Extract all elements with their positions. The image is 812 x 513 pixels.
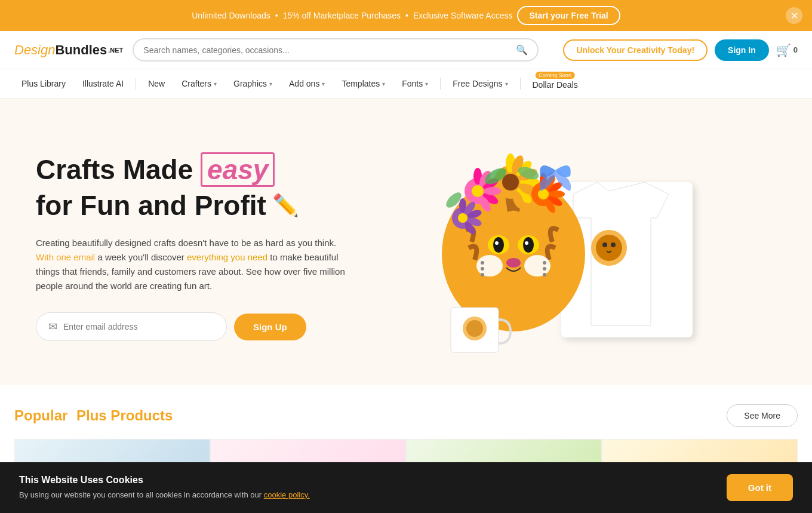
svg-point-45 (549, 191, 565, 198)
svg-point-11 (525, 241, 528, 245)
see-more-button[interactable]: See More (727, 404, 798, 427)
logo-bundles: Bundles (55, 42, 107, 58)
popular-title-normal: Popular (14, 407, 67, 423)
svg-point-15 (481, 261, 484, 265)
nav-item-addons[interactable]: Add ons ▾ (282, 70, 332, 97)
nav-separator-3 (520, 78, 521, 90)
banner-close-button[interactable]: ✕ (786, 7, 802, 24)
main-nav: Plus Library Illustrate AI New Crafters … (0, 69, 812, 99)
svg-point-4 (611, 242, 616, 247)
search-button[interactable]: 🔍 (516, 44, 528, 56)
chevron-down-icon: ▾ (269, 81, 272, 87)
banner-text: Unlimited Downloads • 15% off Marketplac… (192, 6, 620, 25)
free-trial-button[interactable]: Start your Free Trial (517, 6, 620, 25)
banner-text1: Unlimited Downloads (192, 11, 270, 20)
hero-subtitle-text: for Fun and Profit (36, 189, 266, 222)
cookie-text-block: This Website Uses Cookies By using our w… (19, 475, 712, 501)
banner-text3: Exclusive Software Access (413, 11, 513, 20)
chevron-down-icon: ▾ (505, 81, 508, 87)
hero-image (346, 134, 776, 361)
hero-link-with-one-email[interactable]: With one email (36, 252, 95, 262)
hero-headline-text: Crafts Made (36, 154, 201, 185)
signin-button[interactable]: Sign In (715, 39, 769, 61)
banner-text2: 15% off Marketplace Purchases (283, 11, 401, 20)
chevron-down-icon: ▾ (425, 81, 428, 87)
popular-title: Popular Plus Products (14, 407, 173, 424)
nav-label-illustrate-ai: Illustrate AI (82, 79, 124, 88)
hero-desc-1: Creating beautifully designed crafts doe… (36, 238, 336, 248)
nav-label-free-designs: Free Designs (453, 79, 502, 88)
hero-desc-2: a week you'll discover (95, 252, 187, 262)
svg-point-13 (476, 255, 503, 277)
cookie-description: By using our website you consent to all … (19, 489, 712, 501)
popular-title-colored: Plus Products (76, 407, 173, 423)
top-banner: Unlimited Downloads • 15% off Marketplac… (0, 0, 812, 31)
chevron-down-icon: ▾ (382, 81, 385, 87)
svg-point-12 (506, 258, 521, 268)
search-bar: 🔍 (133, 38, 539, 62)
svg-point-48 (458, 213, 467, 223)
nav-item-graphics[interactable]: Graphics ▾ (226, 70, 279, 97)
nav-item-plus-library[interactable]: Plus Library (14, 70, 73, 97)
nav-item-new[interactable]: New (141, 70, 172, 97)
nav-item-dollar-deals[interactable]: Coming Soon Dollar Deals (525, 69, 585, 98)
hero-easy-text: easy (201, 152, 275, 187)
nav-label-new: New (148, 79, 165, 88)
cookie-title: This Website Uses Cookies (19, 475, 712, 486)
cookie-banner: This Website Uses Cookies By using our w… (0, 462, 812, 513)
banner-bullet1: • (275, 11, 278, 20)
search-input[interactable] (143, 45, 511, 55)
svg-point-59 (466, 320, 483, 337)
banner-bullet2: • (405, 11, 408, 20)
logo-net: .NET (108, 47, 123, 54)
hero-subtitle: for Fun and Profit ✏️ (36, 189, 346, 222)
header: DesignBundles.NET 🔍 Unlock Your Creativi… (0, 31, 812, 69)
email-input-wrapper: ✉ (36, 312, 227, 341)
logo-design: Design (14, 42, 55, 58)
nav-item-fonts[interactable]: Fonts ▾ (395, 70, 435, 97)
nav-item-illustrate-ai[interactable]: Illustrate AI (75, 70, 131, 97)
svg-point-16 (481, 267, 484, 271)
cookie-desc-text: By using our website you consent to all … (19, 490, 264, 499)
nav-label-addons: Add ons (289, 79, 319, 88)
coming-soon-badge: Coming Soon (535, 72, 575, 79)
hero-headline: Crafts Made easy (36, 155, 346, 185)
chevron-down-icon: ▾ (322, 81, 325, 87)
nav-item-crafters[interactable]: Crafters ▾ (174, 70, 224, 97)
hero-link-everything[interactable]: everything you need (187, 252, 267, 262)
email-icon: ✉ (48, 320, 57, 333)
chevron-down-icon: ▾ (214, 81, 217, 87)
svg-point-14 (524, 255, 550, 277)
svg-point-3 (602, 242, 607, 247)
nav-item-free-designs[interactable]: Free Designs ▾ (445, 70, 515, 97)
nav-label-crafters: Crafters (182, 79, 211, 88)
svg-point-10 (495, 241, 499, 245)
svg-point-8 (493, 237, 504, 253)
svg-point-19 (543, 267, 546, 271)
svg-point-32 (472, 185, 484, 197)
email-field[interactable] (63, 322, 214, 331)
nav-separator-1 (136, 78, 136, 90)
nav-label-plus-library: Plus Library (21, 79, 66, 88)
nav-item-templates[interactable]: Templates ▾ (334, 70, 392, 97)
cart-button[interactable]: 🛒 0 (776, 43, 798, 57)
cart-icon: 🛒 (776, 43, 791, 57)
hero-email-row: ✉ Sign Up (36, 312, 346, 341)
cart-count: 0 (793, 45, 798, 54)
nav-label-graphics: Graphics (233, 79, 267, 88)
hero-description: Creating beautifully designed crafts doe… (36, 236, 346, 293)
nav-label-templates: Templates (342, 79, 380, 88)
got-it-button[interactable]: Got it (727, 474, 793, 501)
signup-button[interactable]: Sign Up (234, 314, 306, 340)
nav-label-dollar-deals: Dollar Deals (533, 80, 578, 90)
svg-point-2 (596, 235, 622, 261)
svg-point-18 (543, 261, 546, 265)
search-icon: 🔍 (516, 45, 528, 55)
popular-header: Popular Plus Products See More (14, 404, 798, 427)
unlock-button[interactable]: Unlock Your Creativity Today! (563, 39, 708, 61)
header-actions: Unlock Your Creativity Today! Sign In 🛒 … (563, 39, 798, 61)
close-icon: ✕ (791, 10, 798, 21)
svg-point-9 (523, 237, 534, 253)
logo[interactable]: DesignBundles.NET (14, 42, 123, 58)
cookie-policy-link[interactable]: cookie policy. (264, 490, 310, 499)
